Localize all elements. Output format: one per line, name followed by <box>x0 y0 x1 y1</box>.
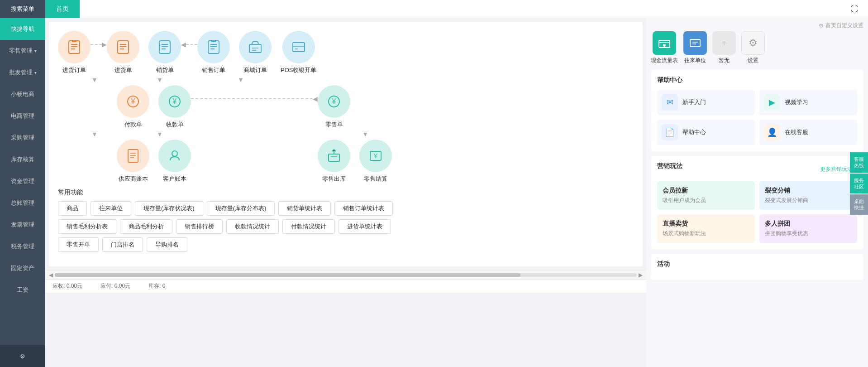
node-pos-cashier[interactable]: POS收银开单 <box>281 31 316 74</box>
node-retail-settle[interactable]: ¥ 零售结算 <box>359 140 392 183</box>
sidebar-item-ecommerce-mgmt[interactable]: 电商管理 <box>0 105 45 127</box>
sidebar-item-invoice[interactable]: 发票管理 <box>0 214 45 236</box>
func-btn-order-stats[interactable]: 销售订单统计表 <box>334 201 393 216</box>
float-service-btn[interactable]: 客服热线 <box>850 152 868 173</box>
home-tab[interactable]: 首页 <box>45 0 80 18</box>
marketing-member[interactable]: 会员拉新 吸引用户成为会员 <box>657 181 755 210</box>
sidebar-item-quicknav[interactable]: 快捷导航 <box>0 18 45 40</box>
help-item-service[interactable]: 👤 在线客服 <box>759 120 857 145</box>
node-purchase-order[interactable]: 进货订单 <box>58 31 91 74</box>
member-title: 会员拉新 <box>663 187 749 195</box>
scroll-right-btn[interactable]: ▶ <box>637 272 644 278</box>
supplier-ledger-icon <box>117 140 149 172</box>
node-payment-bill[interactable]: ¥ 付款单 <box>117 85 149 129</box>
video-icon: ▶ <box>764 94 780 111</box>
sidebar-item-wholesale[interactable]: 批发管理 ▾ <box>0 62 45 83</box>
help-item-beginner[interactable]: ✉ 新手入门 <box>657 90 755 115</box>
node-supplier-ledger[interactable]: 供应商账本 <box>117 140 149 183</box>
float-buttons: 客服热线 服务社区 桌面快捷 <box>850 152 868 215</box>
marketing-grid: 会员拉新 吸引用户成为会员 裂变分销 裂变式发展分销商 直播卖货 场景式购物新玩… <box>657 181 857 243</box>
quick-access-settings[interactable]: ⚙ 设置 <box>741 31 765 64</box>
func-btn-receipt-stats[interactable]: 收款情况统计 <box>226 219 279 234</box>
quick-access-none[interactable]: + 暂无 <box>712 31 736 64</box>
float-desktop-btn[interactable]: 桌面快捷 <box>850 194 868 215</box>
node-purchase-bill[interactable]: 进货单 <box>107 31 139 74</box>
member-desc: 吸引用户成为会员 <box>663 197 749 204</box>
main-panel: 进货订单 ▶ 进货单 <box>45 18 646 367</box>
live-title: 直播卖货 <box>663 220 749 228</box>
help-item-video[interactable]: ▶ 视频学习 <box>759 90 857 115</box>
partners-icon <box>683 31 707 55</box>
purchase-bill-icon <box>107 31 139 63</box>
node-sales-bill[interactable]: 销货单 <box>148 31 181 74</box>
customize-link[interactable]: ⚙ 首页自定义设置 <box>819 22 863 29</box>
mall-order-icon <box>239 31 272 63</box>
marketing-fission[interactable]: 裂变分销 裂变式发展分销商 <box>759 181 857 210</box>
func-btn-retail-order[interactable]: 零售开单 <box>58 237 99 252</box>
func-btn-purchase-stats[interactable]: 进货单统计表 <box>339 219 391 234</box>
func-btn-store-rank[interactable]: 门店排名 <box>102 237 143 252</box>
sidebar-item-ledger[interactable]: 总账管理 <box>0 192 45 214</box>
node-retail-bill[interactable]: ¥ 零售单 <box>318 85 350 129</box>
help-title: 帮助中心 <box>657 76 857 84</box>
sidebar-item-salary[interactable]: 工资 <box>0 279 45 301</box>
func-btn-payment-stats[interactable]: 付款情况统计 <box>282 219 335 234</box>
float-community-btn[interactable]: 服务社区 <box>850 174 868 194</box>
sidebar-settings-btn[interactable]: ⚙ <box>0 345 45 367</box>
retail-bill-label: 零售单 <box>325 121 343 129</box>
customer-ledger-label: 客户账本 <box>163 175 186 183</box>
quick-access-partners[interactable]: 往来单位 <box>683 31 707 64</box>
func-btn-goods-profit[interactable]: 商品毛利分析 <box>120 219 172 234</box>
sales-order-icon <box>197 31 230 63</box>
node-sales-order[interactable]: 销售订单 <box>197 31 230 74</box>
func-btn-sales-stats[interactable]: 销货单统计表 <box>278 201 331 216</box>
payment-bill-icon: ¥ <box>117 85 149 118</box>
func-btn-partners[interactable]: 往来单位 <box>91 201 131 216</box>
content-area: 进货订单 ▶ 进货单 <box>45 18 868 367</box>
sales-bill-icon <box>148 31 181 63</box>
func-btn-guide-rank[interactable]: 导购排名 <box>147 237 187 252</box>
node-receipt-bill[interactable]: ¥ 收款单 <box>158 85 191 129</box>
node-customer-ledger[interactable]: 客户账本 <box>158 140 191 183</box>
marketing-group[interactable]: 多人拼团 拼团购物享受优惠 <box>759 214 857 243</box>
func-buttons-row1: 商品 往来单位 现存量(库存状况表) 现存量(库存分布表) 销货单统计表 销售订… <box>58 201 634 216</box>
marketing-header: 营销玩法 更多营销玩法 > <box>657 162 857 176</box>
search-menu-btn[interactable]: 搜索菜单 <box>0 0 45 18</box>
service-label: 在线客服 <box>785 128 808 136</box>
fission-title: 裂变分销 <box>765 187 852 195</box>
sidebar-item-ecommerce-small[interactable]: 小畅电商 <box>0 83 45 105</box>
node-mall-order[interactable]: 商城订单 <box>239 31 272 74</box>
help-item-helpcenter[interactable]: 📄 帮助中心 <box>657 120 755 145</box>
sidebar-item-inventory[interactable]: 库存核算 <box>0 149 45 170</box>
svg-text:¥: ¥ <box>373 152 377 159</box>
func-btn-sales-rank[interactable]: 销售排行榜 <box>176 219 223 234</box>
sidebar-bottom: ⚙ <box>0 345 45 367</box>
node-retail-out[interactable]: 零售出库 <box>318 140 350 183</box>
pos-cashier-label: POS收银开单 <box>281 66 316 74</box>
flow-diagram: 进货订单 ▶ 进货单 <box>58 31 634 183</box>
retail-settle-label: 零售结算 <box>364 175 387 183</box>
retail-out-icon <box>318 140 350 172</box>
func-btn-stock-status[interactable]: 现存量(库存状况表) <box>135 201 203 216</box>
scroll-thumb <box>55 273 520 277</box>
payment-bill-label: 付款单 <box>124 121 142 129</box>
right-panel: ⚙ 首页自定义设置 现金流量表 往来单位 <box>646 18 868 367</box>
func-btn-sales-profit[interactable]: 销售毛利分析表 <box>58 219 116 234</box>
scroll-left-btn[interactable]: ◀ <box>47 272 55 278</box>
sidebar-item-retail[interactable]: 零售管理 ▾ <box>0 40 45 62</box>
sidebar-item-finance[interactable]: 资金管理 <box>0 170 45 192</box>
sidebar-item-purchase[interactable]: 采购管理 <box>0 127 45 149</box>
activity-title: 活动 <box>657 260 857 268</box>
marketing-section: 营销玩法 更多营销玩法 > 会员拉新 吸引用户成为会员 裂变分销 裂变式发展分销… <box>651 156 863 249</box>
fullscreen-button[interactable]: ⛶ <box>848 3 861 15</box>
sidebar-item-tax[interactable]: 税务管理 <box>0 236 45 257</box>
func-btn-stock-dist[interactable]: 现存量(库存分布表) <box>207 201 275 216</box>
none-icon: + <box>712 31 736 55</box>
func-btn-goods[interactable]: 商品 <box>58 201 87 216</box>
group-desc: 拼团购物享受优惠 <box>765 230 852 237</box>
quick-access-cashflow[interactable]: 现金流量表 <box>651 31 678 64</box>
marketing-live[interactable]: 直播卖货 场景式购物新玩法 <box>657 214 755 243</box>
scroll-track[interactable] <box>55 273 637 277</box>
sidebar-item-fixedassets[interactable]: 固定资产 <box>0 257 45 279</box>
svg-point-39 <box>663 44 666 47</box>
